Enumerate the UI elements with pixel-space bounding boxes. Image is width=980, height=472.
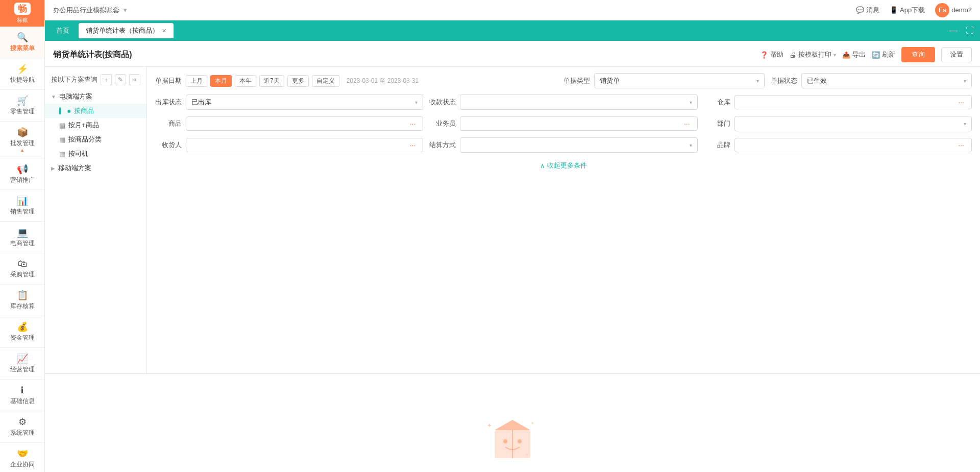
messages-btn[interactable]: 💬 消息	[856, 6, 879, 15]
date-btn-custom[interactable]: 自定义	[312, 75, 339, 87]
tree-pc[interactable]: ▼ 电脑端方案	[45, 89, 146, 104]
sidebar-item-wholesale[interactable]: 📦 批发管理 ▲	[0, 122, 44, 158]
tab-close-icon[interactable]: ✕	[162, 28, 166, 34]
sidebar-item-inventory[interactable]: 📋 库存核算	[0, 285, 44, 316]
by-printer-icon: ▦	[59, 150, 65, 158]
sidebar-item-label: 企业协同	[10, 460, 35, 469]
receiver-input[interactable]	[191, 141, 408, 149]
help-icon: ❓	[760, 51, 768, 59]
sidebar-item-sales[interactable]: 📊 销售管理	[0, 190, 44, 222]
tree-pc-expand: ▼	[51, 94, 56, 100]
add-scheme-btn[interactable]: ＋	[101, 74, 112, 85]
sidebar-item-purchase[interactable]: 🛍 采购管理	[0, 253, 44, 285]
tree-by-category[interactable]: ▦ 按商品分类	[45, 132, 146, 147]
sidebar-item-enterprise[interactable]: 🤝 企业协同	[0, 443, 44, 472]
refresh-btn[interactable]: 🔄 刷新	[872, 50, 895, 59]
edit-scheme-btn[interactable]: ✎	[115, 74, 126, 85]
sidebar-item-operation[interactable]: 📈 经营管理	[0, 348, 44, 380]
tab-maximize-btn[interactable]: ⛶	[964, 25, 976, 37]
brand-label: 品牌	[704, 140, 730, 150]
help-btn[interactable]: ❓ 帮助	[760, 50, 783, 59]
settings-btn[interactable]: 设置	[941, 47, 972, 62]
app-download-btn[interactable]: 📱 App下载	[890, 6, 925, 15]
warehouse-input[interactable]	[740, 99, 957, 106]
retail-icon: 🛒	[17, 95, 28, 106]
collapse-row[interactable]: ∧ 收起更多条件	[155, 159, 972, 174]
brand-dots-btn[interactable]: ···	[956, 141, 966, 149]
sidebar-item-search[interactable]: 🔍 搜索菜单	[0, 27, 44, 58]
date-range-text: 2023-03-01 至 2023-03-31	[347, 77, 419, 85]
product-input[interactable]	[191, 120, 408, 128]
tab-minimize-btn[interactable]: —	[947, 25, 960, 37]
collapse-icon: ∧	[540, 162, 545, 170]
svg-point-2	[503, 439, 507, 443]
department-select[interactable]: ▾	[734, 116, 972, 131]
query-btn[interactable]: 查询	[901, 47, 935, 62]
tab-sales-report[interactable]: 销货单统计表（按商品） ✕	[79, 23, 174, 38]
date-btn-this-year[interactable]: 本年	[235, 75, 256, 87]
receiver-dots-btn[interactable]: ···	[408, 141, 418, 149]
refresh-label: 刷新	[882, 50, 895, 59]
export-btn[interactable]: 📤 导出	[842, 50, 866, 59]
brand-input[interactable]	[740, 141, 957, 149]
operation-icon: 📈	[17, 353, 28, 364]
field-doc-status: 单据状态 已生效 ▾	[771, 73, 972, 88]
sidebar-item-label: 库存核算	[10, 302, 35, 311]
collapse-panel-btn[interactable]: «	[129, 74, 140, 85]
print-btn[interactable]: 🖨 按模板打印 ▾	[790, 50, 836, 59]
page-content: 销货单统计表(按商品) ❓ 帮助 🖨 按模板打印 ▾ 📤 导出	[45, 41, 980, 472]
tab-home[interactable]: 首页	[49, 23, 77, 38]
tree-by-product[interactable]: ● 按商品	[45, 104, 146, 118]
phone-icon: 📱	[890, 6, 898, 14]
tree-by-month-product[interactable]: ▤ 按月+商品	[45, 118, 146, 132]
filter-row-2: 出库状态 已出库 ▾ 收款状态 ▾	[155, 95, 972, 110]
salesperson-input[interactable]	[465, 120, 682, 128]
sidebar-item-quick-nav[interactable]: ⚡ 快捷导航	[0, 58, 44, 90]
field-salesperson: 业务员 ···	[429, 116, 697, 131]
settlement-select[interactable]: ▾	[460, 137, 697, 153]
by-product-icon: ●	[67, 107, 71, 115]
settlement-label: 结算方式	[429, 140, 456, 150]
header-left: 办公用品行业模拟账套 ▾	[53, 6, 127, 15]
main-area: 办公用品行业模拟账套 ▾ 💬 消息 📱 App下载 Ea demo2 首页	[45, 0, 980, 472]
payment-status-select[interactable]: ▾	[460, 95, 697, 110]
field-doc-type: 单据类型 销货单 ▾	[564, 73, 765, 88]
date-btn-more[interactable]: 更多	[287, 75, 309, 87]
sidebar-item-basic[interactable]: ℹ 基础信息	[0, 380, 44, 411]
doc-status-value: 已生效	[807, 76, 827, 85]
date-btn-7days[interactable]: 近7天	[259, 75, 284, 87]
industry-dropdown-icon[interactable]: ▾	[124, 6, 127, 14]
tree-mobile[interactable]: ▶ 移动端方案	[45, 161, 146, 175]
sidebar-item-marketing[interactable]: 📢 营销推广	[0, 158, 44, 190]
field-department: 部门 ▾	[704, 116, 972, 131]
tree-by-printer[interactable]: ▦ 按司机	[45, 147, 146, 161]
user-profile[interactable]: Ea demo2	[935, 3, 972, 17]
sidebar-item-label: 批发管理	[10, 139, 35, 148]
sidebar-item-label: 系统管理	[10, 429, 35, 437]
enterprise-icon: 🤝	[17, 448, 28, 459]
doc-status-label: 单据状态	[771, 76, 797, 85]
sidebar-item-finance[interactable]: 💰 资金管理	[0, 316, 44, 348]
page-header: 销货单统计表(按商品) ❓ 帮助 🖨 按模板打印 ▾ 📤 导出	[45, 41, 980, 66]
doc-status-select[interactable]: 已生效 ▾	[801, 73, 972, 88]
tab-bar: 首页 销货单统计表（按商品） ✕ — ⛶	[45, 20, 980, 41]
sales-report-tab-label: 销货单统计表（按商品）	[86, 26, 159, 35]
date-quick-btns: 上月 本月 本年 近7天 更多 自定义	[186, 75, 339, 87]
sidebar-item-retail[interactable]: 🛒 零售管理	[0, 90, 44, 122]
product-dots-btn[interactable]: ···	[408, 120, 418, 128]
sidebar-item-system[interactable]: ⚙ 系统管理	[0, 411, 44, 443]
app-download-label: App下载	[900, 6, 925, 15]
date-btn-this-month[interactable]: 本月	[210, 75, 232, 87]
doc-type-value: 销货单	[600, 76, 620, 85]
warehouse-dots-btn[interactable]: ···	[956, 98, 966, 106]
sidebar-item-label: 快捷导航	[10, 76, 35, 84]
out-status-select[interactable]: 已出库 ▾	[186, 95, 423, 110]
date-btn-last-month[interactable]: 上月	[186, 75, 207, 87]
field-product: 商品 ···	[155, 116, 423, 131]
salesperson-dots-btn[interactable]: ···	[682, 120, 692, 128]
sidebar-item-ecommerce[interactable]: 💻 电商管理	[0, 222, 44, 253]
inventory-icon: 📋	[17, 290, 28, 301]
export-icon: 📤	[842, 51, 850, 59]
doc-type-select[interactable]: 销货单 ▾	[594, 73, 765, 88]
filter-row-4: 收货人 ··· 结算方式 ▾	[155, 137, 972, 153]
